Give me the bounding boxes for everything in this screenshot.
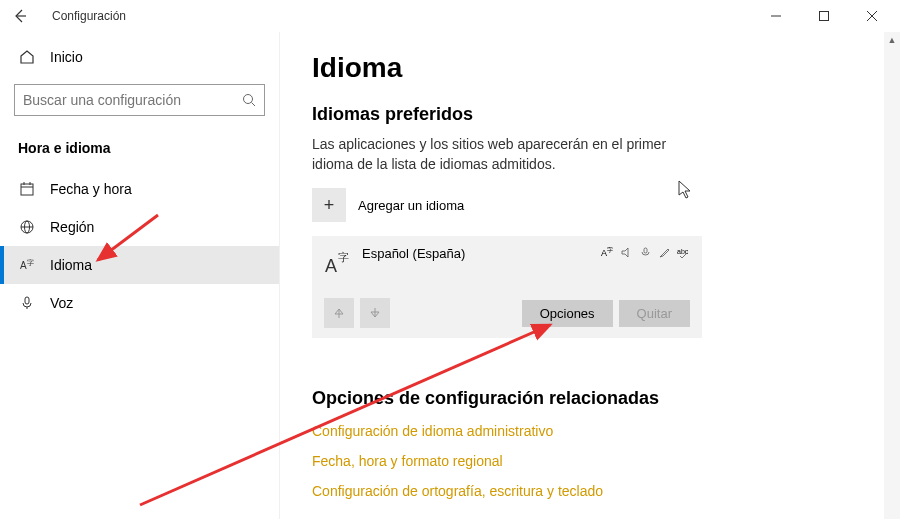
language-feature-badges: A字 abc	[601, 246, 690, 259]
svg-text:A: A	[20, 260, 27, 271]
options-button[interactable]: Opciones	[522, 300, 613, 327]
home-button[interactable]: Inicio	[0, 40, 279, 74]
svg-text:字: 字	[338, 251, 349, 263]
titlebar: Configuración	[0, 0, 900, 32]
svg-line-5	[252, 103, 256, 107]
scrollbar[interactable]: ▲	[884, 32, 900, 519]
language-name: Español (España)	[362, 246, 589, 261]
globe-icon	[18, 218, 36, 236]
calendar-icon	[18, 180, 36, 198]
sidebar: Inicio Hora e idioma Fecha y hora Región…	[0, 32, 280, 519]
microphone-icon	[18, 294, 36, 312]
window-title: Configuración	[52, 9, 126, 23]
link-spelling[interactable]: Configuración de ortografía, escritura y…	[312, 483, 868, 499]
move-down-button[interactable]	[360, 298, 390, 328]
svg-text:A: A	[325, 256, 337, 276]
sidebar-section-header: Hora e idioma	[0, 134, 279, 170]
page-title: Idioma	[312, 52, 868, 84]
svg-rect-1	[820, 12, 829, 21]
link-admin-language[interactable]: Configuración de idioma administrativo	[312, 423, 868, 439]
scroll-up-button[interactable]: ▲	[884, 32, 900, 48]
move-up-button[interactable]	[324, 298, 354, 328]
sidebar-item-region[interactable]: Región	[0, 208, 279, 246]
add-language-label: Agregar un idioma	[358, 198, 464, 213]
tts-icon	[620, 246, 633, 259]
handwriting-icon	[658, 246, 671, 259]
svg-rect-6	[21, 184, 33, 195]
sidebar-item-label: Voz	[50, 295, 73, 311]
display-lang-icon: A字	[601, 246, 614, 259]
sidebar-item-label: Fecha y hora	[50, 181, 132, 197]
preferred-languages-title: Idiomas preferidos	[312, 104, 868, 125]
cursor-pointer-icon	[678, 180, 694, 200]
svg-text:abc: abc	[677, 248, 689, 255]
remove-button[interactable]: Quitar	[619, 300, 690, 327]
search-input[interactable]	[23, 92, 242, 108]
home-icon	[18, 48, 36, 66]
sidebar-item-language[interactable]: A字 Idioma	[0, 246, 279, 284]
maximize-button[interactable]	[804, 2, 844, 30]
preferred-languages-desc: Las aplicaciones y los sitios web aparec…	[312, 135, 692, 174]
svg-rect-21	[644, 248, 647, 253]
spellcheck-icon: abc	[677, 246, 690, 259]
speech-icon	[639, 246, 652, 259]
svg-point-4	[244, 95, 253, 104]
language-icon: A字	[18, 256, 36, 274]
home-label: Inicio	[50, 49, 83, 65]
svg-text:字: 字	[27, 259, 34, 266]
related-settings-title: Opciones de configuración relacionadas	[312, 388, 868, 409]
link-date-format[interactable]: Fecha, hora y formato regional	[312, 453, 868, 469]
sidebar-item-voice[interactable]: Voz	[0, 284, 279, 322]
back-button[interactable]	[8, 4, 32, 28]
plus-icon: +	[312, 188, 346, 222]
minimize-button[interactable]	[756, 2, 796, 30]
add-language-button[interactable]: + Agregar un idioma	[312, 188, 868, 222]
main-content: Idioma Idiomas preferidos Las aplicacion…	[280, 32, 900, 519]
sidebar-item-label: Idioma	[50, 257, 92, 273]
svg-text:字: 字	[607, 246, 613, 253]
sidebar-item-datetime[interactable]: Fecha y hora	[0, 170, 279, 208]
language-large-icon: A字	[324, 246, 350, 276]
search-icon	[242, 93, 256, 107]
sidebar-item-label: Región	[50, 219, 94, 235]
language-card[interactable]: A字 Español (España) A字 abc	[312, 236, 702, 338]
search-input-container[interactable]	[14, 84, 265, 116]
svg-rect-15	[25, 297, 29, 304]
close-button[interactable]	[852, 2, 892, 30]
